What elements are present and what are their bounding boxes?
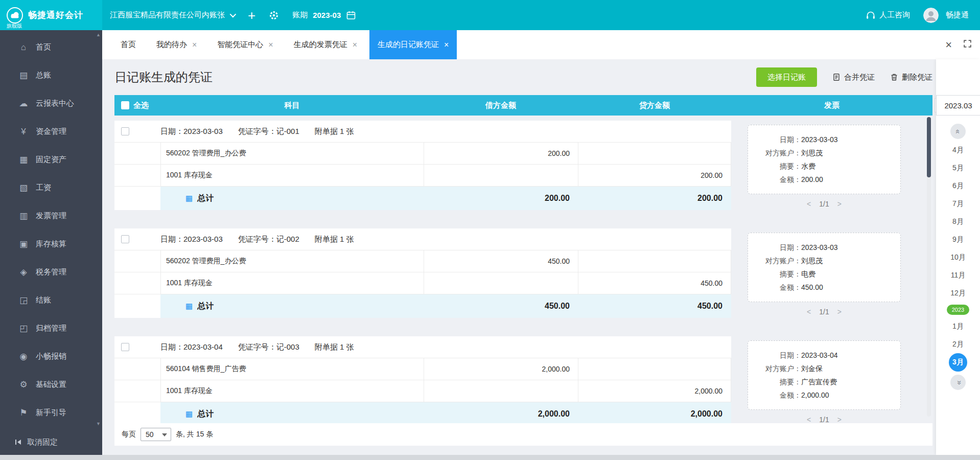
sidebar-scroll-up-icon[interactable]: ▲	[96, 32, 101, 37]
sidebar-item-home[interactable]: ⌂首页	[0, 33, 102, 61]
month-item-active[interactable]: 3月	[949, 353, 967, 372]
month-item[interactable]: 6月	[943, 177, 973, 195]
month-item[interactable]: 8月	[943, 213, 973, 231]
app-logo[interactable]: 畅捷通好会计 旗舰版	[0, 0, 102, 30]
sidebar-item-fixed-assets[interactable]: ▦固定资产	[0, 146, 102, 174]
sidebar-item-settings[interactable]: ⚙基础设置	[0, 371, 102, 399]
sidebar-item-cloud-reports[interactable]: ☁云报表中心	[0, 89, 102, 118]
voucher-list: 日期：2023-03-03 凭证字号：记-001 附单据 1 张 560202 …	[114, 116, 932, 423]
month-item[interactable]: 2月	[943, 335, 973, 353]
invoice-card[interactable]: 日期：2023-03-03 对方账户：刘思茂 摘要：电费 金额：450.00	[748, 233, 901, 302]
sidebar-item-guide[interactable]: ⚑新手引导	[0, 399, 102, 427]
month-item[interactable]: 12月	[943, 284, 973, 302]
month-scroll-down-button[interactable]: «	[950, 375, 966, 390]
pager-next-icon[interactable]: >	[837, 308, 842, 316]
calendar-icon[interactable]	[346, 10, 356, 20]
vertical-scrollbar[interactable]	[927, 117, 931, 417]
invoice-date: 2023-03-03	[801, 242, 838, 252]
fullscreen-icon[interactable]	[963, 39, 972, 50]
horizontal-scrollbar[interactable]	[0, 455, 980, 460]
username[interactable]: 畅捷通	[946, 10, 969, 20]
select-all-label[interactable]: 全选	[133, 101, 149, 110]
tab-close-icon[interactable]: ×	[353, 41, 357, 49]
table-row[interactable]: 1001 库存现金 200.00	[114, 165, 731, 187]
select-all-checkbox[interactable]	[121, 101, 129, 109]
row-subject: 560202 管理费用_办公费	[160, 250, 424, 272]
tab-journal-voucher[interactable]: 生成的日记账凭证×	[369, 30, 457, 59]
table-row[interactable]: 560104 销售费用_广告费 2,000.00	[114, 358, 731, 380]
calculator-icon: ▦	[185, 194, 193, 203]
voucher-checkbox[interactable]	[121, 343, 129, 351]
period-value[interactable]: 2023-03	[313, 11, 341, 19]
sidebar-item-inventory[interactable]: ▣库存核算	[0, 230, 102, 258]
per-page-select[interactable]: 50	[141, 428, 171, 441]
sidebar-item-archive[interactable]: ◰归档管理	[0, 314, 102, 342]
tab-invoice-voucher[interactable]: 生成的发票凭证×	[286, 30, 365, 59]
scrollbar-thumb[interactable]	[927, 117, 931, 177]
sidebar-item-general-ledger[interactable]: ▤总账	[0, 61, 102, 89]
sidebar-scroll-down-icon[interactable]: ▼	[96, 421, 101, 426]
pager-next-icon[interactable]: >	[837, 416, 842, 423]
delete-voucher-button[interactable]: 删除凭证	[890, 73, 932, 82]
sidebar-item-invoice[interactable]: ▥发票管理	[0, 202, 102, 230]
page-header: 日记账生成的凭证 选择日记账 合并凭证 删除凭证	[114, 59, 932, 95]
pager-prev-icon[interactable]: <	[807, 416, 811, 423]
invoice-account-label: 对方账户：	[755, 363, 801, 374]
month-item[interactable]: 9月	[943, 231, 973, 248]
tab-close-icon[interactable]: ×	[444, 41, 449, 49]
tab-smart-voucher[interactable]: 智能凭证中心×	[209, 30, 281, 59]
company-selector[interactable]: 江西服宝精品有限责任公司内账张	[110, 10, 235, 20]
sidebar-item-funds[interactable]: ¥资金管理	[0, 118, 102, 146]
month-item[interactable]: 4月	[943, 141, 973, 159]
invoice-card[interactable]: 日期：2023-03-03 对方账户：刘思茂 摘要：水费 金额：200.00	[748, 125, 901, 194]
close-tabs-icon[interactable]: ×	[945, 39, 952, 51]
pager-prev-icon[interactable]: <	[807, 200, 811, 208]
month-item[interactable]: 11月	[943, 266, 973, 284]
pager-info: 1/1	[819, 308, 829, 316]
sidebar-item-tax[interactable]: ◈税务管理	[0, 258, 102, 286]
pager-next-icon[interactable]: >	[837, 200, 842, 208]
company-name: 江西服宝精品有限责任公司内账张	[110, 10, 225, 20]
month-item[interactable]: 10月	[943, 248, 973, 266]
topbar: 畅捷通好会计 旗舰版 江西服宝精品有限责任公司内账张 + 账期 2023-03 …	[0, 0, 980, 30]
month-item[interactable]: 1月	[943, 317, 973, 335]
pager-prev-icon[interactable]: <	[807, 308, 811, 316]
month-item[interactable]: 7月	[943, 195, 973, 213]
month-item[interactable]: 5月	[943, 159, 973, 177]
month-scroll-up-button[interactable]: «	[950, 124, 966, 139]
table-row[interactable]: 1001 库存现金 450.00	[114, 272, 731, 294]
invoice-date: 2023-03-04	[801, 350, 838, 360]
sidebar-item-label: 资金管理	[36, 127, 66, 136]
sidebar-item-reimburse[interactable]: ◉小畅报销	[0, 342, 102, 371]
table-row[interactable]: 560202 管理费用_办公费 450.00	[114, 250, 731, 272]
year-badge: 2023	[947, 305, 969, 315]
sidebar-item-payroll[interactable]: ▧工资	[0, 174, 102, 202]
unpin-label: 取消固定	[27, 438, 58, 447]
invoice-card[interactable]: 日期：2023-03-04 对方账户：刘金保 摘要：广告宣传费 金额：2,000…	[748, 340, 901, 410]
voucher-checkbox[interactable]	[121, 127, 129, 135]
select-journal-button[interactable]: 选择日记账	[756, 67, 817, 87]
sidebar-item-membership[interactable]: ◇好会员	[0, 427, 102, 430]
invoice-account: 刘思茂	[801, 148, 823, 158]
row-credit: 450.00	[578, 272, 731, 294]
table-row[interactable]: 560202 管理费用_办公费 200.00	[114, 143, 731, 165]
tab-close-icon[interactable]: ×	[268, 41, 273, 49]
support-button[interactable]: 人工咨询	[866, 10, 910, 20]
avatar[interactable]	[923, 8, 939, 23]
merge-voucher-button[interactable]: 合并凭证	[832, 73, 875, 82]
tab-close-icon[interactable]: ×	[192, 41, 197, 49]
add-button[interactable]: +	[248, 9, 255, 22]
current-period-box[interactable]: 2023.03	[936, 95, 980, 116]
invoice-pager: < 1/1 >	[748, 308, 901, 316]
per-page-label: 每页	[122, 430, 136, 439]
content-area: 首页 我的待办× 智能凭证中心× 生成的发票凭证× 生成的日记账凭证× × 日记…	[102, 30, 980, 460]
unpin-button[interactable]: 取消固定	[0, 430, 102, 454]
total-credit: 200.00	[578, 187, 731, 210]
tab-home[interactable]: 首页	[112, 30, 144, 59]
table-row[interactable]: 1001 库存现金 2,000.00	[114, 380, 731, 402]
total-label: 总计	[197, 301, 214, 312]
voucher-checkbox[interactable]	[121, 235, 129, 243]
gear-icon[interactable]	[269, 10, 279, 20]
sidebar-item-closing[interactable]: ◲结账	[0, 286, 102, 314]
tab-todo[interactable]: 我的待办×	[148, 30, 205, 59]
